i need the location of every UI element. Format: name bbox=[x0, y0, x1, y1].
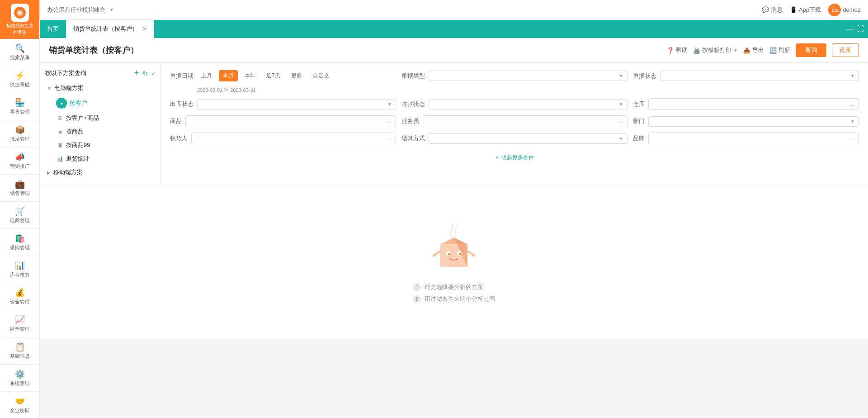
sidebar-label-search: 搜索菜单 bbox=[10, 54, 30, 61]
help-btn[interactable]: ❓ 帮助 bbox=[667, 46, 688, 54]
collapse-panel-icon[interactable]: « bbox=[151, 70, 155, 77]
salesperson-more-icon: … bbox=[618, 118, 623, 124]
product-input[interactable]: … bbox=[185, 115, 396, 127]
add-scheme-icon[interactable]: + bbox=[134, 68, 139, 78]
tree-expand-arrow: ▼ bbox=[47, 86, 52, 91]
sidebar-item-retail[interactable]: 🏪 零售管理 bbox=[0, 93, 39, 120]
tab-home[interactable]: 首页 bbox=[40, 20, 66, 38]
collapse-bar[interactable]: ∧ 收起更多条件 bbox=[170, 150, 859, 165]
date-btn-7days[interactable]: 近7天 bbox=[262, 70, 284, 81]
doc-type-label: 单据类型 bbox=[401, 72, 425, 80]
sidebar-label-enterprise: 企业协同 bbox=[10, 407, 30, 414]
tree-item-by-product[interactable]: ▣ 按商品 bbox=[40, 125, 160, 138]
topbar-left: 办公用品行业模拟账套 ▼ bbox=[47, 6, 114, 14]
sidebar-label-retail: 零售管理 bbox=[10, 109, 30, 115]
account-selector-arrow[interactable]: ▼ bbox=[109, 7, 114, 12]
sidebar-label-shortcut: 快捷导航 bbox=[10, 81, 30, 88]
page-header: 销货单统计表（按客户） ❓ 帮助 🖨️ 按模板打印 ▼ 📤 导出 🔄 刷新 bbox=[40, 38, 868, 63]
app-download-btn[interactable]: 📱 App下载 bbox=[790, 6, 821, 14]
tab-sales-stat[interactable]: 销货单统计表（按客户） ✕ bbox=[66, 20, 154, 38]
sidebar-item-system[interactable]: ⚙️ 系统管理 bbox=[0, 365, 39, 392]
sidebar-item-basic[interactable]: 📋 基础信息 bbox=[0, 337, 39, 365]
filter-item-department: 部门 ▼ bbox=[633, 116, 859, 127]
receiver-input[interactable]: … bbox=[191, 133, 396, 144]
filter-row-1: 单据日期 上月 本月 本年 近7天 更多 自定义 单据类型 bbox=[170, 70, 859, 81]
out-status-label: 出库状态 bbox=[170, 100, 193, 108]
sales-stat-tab-label: 销货单统计表（按客户） bbox=[73, 25, 138, 33]
department-arrow: ▼ bbox=[850, 119, 855, 124]
doc-status-input[interactable]: ▼ bbox=[660, 71, 859, 81]
grid-icon: ⊞ bbox=[56, 114, 63, 122]
sidebar-item-operation[interactable]: 📈 经营管理 bbox=[0, 310, 39, 337]
chart-icon: 📊 bbox=[56, 155, 63, 162]
doc-type-input[interactable]: ▼ bbox=[429, 71, 627, 81]
date-btn-this-year[interactable]: 本年 bbox=[241, 70, 259, 81]
date-btn-last-month[interactable]: 上月 bbox=[197, 70, 216, 81]
date-btn-current-month[interactable]: 本月 bbox=[219, 70, 238, 81]
sidebar-item-finance[interactable]: 💰 资金管理 bbox=[0, 283, 39, 310]
sidebar-item-inventory[interactable]: 📊 库存核算 bbox=[0, 256, 39, 283]
query-button[interactable]: 查询 bbox=[796, 43, 826, 57]
tab-minimize-icon[interactable]: — bbox=[846, 25, 854, 33]
sidebar-item-shortcut[interactable]: ⚡ 快捷导航 bbox=[0, 66, 39, 93]
tree-group-mobile[interactable]: ▶ 移动端方案 bbox=[40, 166, 160, 179]
date-filter-label: 单据日期 bbox=[170, 72, 193, 80]
department-label: 部门 bbox=[633, 117, 645, 125]
brand-input[interactable]: … bbox=[648, 133, 859, 144]
refresh-btn[interactable]: 🔄 刷新 bbox=[769, 46, 790, 54]
setting-button[interactable]: 设置 bbox=[832, 43, 859, 57]
tabbar: 首页 销货单统计表（按客户） ✕ — ⛶ bbox=[40, 20, 868, 38]
tabbar-actions: — ⛶ bbox=[846, 25, 868, 33]
salesperson-input[interactable]: … bbox=[423, 115, 627, 127]
sidebar-item-sales[interactable]: 💼 销售管理 bbox=[0, 175, 39, 202]
receipt-status-input[interactable]: ▼ bbox=[429, 99, 627, 109]
tree-item-by-customer[interactable]: ● 按客户 bbox=[40, 95, 160, 111]
sidebar-label-basic: 基础信息 bbox=[10, 353, 30, 360]
filter-item-brand: 品牌 … bbox=[633, 133, 859, 144]
account-selector-label[interactable]: 办公用品行业模拟账套 bbox=[47, 6, 106, 14]
department-input[interactable]: ▼ bbox=[648, 116, 859, 127]
active-indicator: ● bbox=[56, 98, 67, 109]
message-btn[interactable]: 💬 消息 bbox=[762, 6, 783, 14]
warehouse-label: 仓库 bbox=[633, 100, 645, 108]
date-btn-more[interactable]: 更多 bbox=[287, 70, 306, 81]
tree-item-label-by-customer: 按客户 bbox=[70, 99, 87, 107]
sidebar-item-search[interactable]: 🔍 搜索菜单 bbox=[0, 39, 39, 66]
box-99-icon: ▣ bbox=[56, 142, 63, 149]
print-btn[interactable]: 🖨️ 按模板打印 ▼ bbox=[693, 46, 738, 54]
user-area[interactable]: Ea demo2 bbox=[828, 4, 861, 16]
logo-area[interactable]: 畅 畅捷通好生意 标准版 bbox=[0, 0, 39, 39]
doc-status-arrow: ▼ bbox=[850, 73, 855, 78]
empty-illustration bbox=[427, 222, 481, 276]
export-btn[interactable]: 📤 导出 bbox=[743, 46, 764, 54]
tree-item-label-customer-product: 按客户+商品 bbox=[66, 114, 99, 122]
filter-item-product: 商品 … bbox=[170, 115, 396, 127]
hint-num-1: 1 bbox=[413, 283, 421, 291]
date-btn-custom[interactable]: 自定义 bbox=[309, 70, 333, 81]
sidebar-item-purchase[interactable]: 🛍️ 采购管理 bbox=[0, 229, 39, 256]
warehouse-input[interactable]: … bbox=[648, 98, 859, 110]
left-panel-title: 按以下方案查询 bbox=[45, 69, 86, 77]
tree-item-label-return: 退货统计 bbox=[66, 155, 90, 163]
refresh-scheme-icon[interactable]: ↻ bbox=[142, 70, 148, 77]
collapse-icon: ∧ bbox=[495, 154, 500, 161]
payment-method-input[interactable]: ▼ bbox=[429, 133, 627, 144]
tab-expand-icon[interactable]: ⛶ bbox=[857, 25, 864, 33]
sidebar-item-marketing[interactable]: 📣 营销推广 bbox=[0, 147, 39, 175]
sidebar-item-wholesale[interactable]: 📦 批发管理 bbox=[0, 120, 39, 147]
sidebar-menu: 🔍 搜索菜单 ⚡ 快捷导航 🏪 零售管理 📦 批发管理 📣 营销推广 💼 销售管… bbox=[0, 39, 39, 418]
tab-close-icon[interactable]: ✕ bbox=[142, 26, 147, 32]
tree-item-return-stat[interactable]: 📊 退货统计 bbox=[40, 152, 160, 166]
retail-icon: 🏪 bbox=[15, 98, 25, 108]
operation-icon: 📈 bbox=[15, 315, 25, 325]
svg-point-7 bbox=[448, 253, 451, 255]
sidebar-item-ecom[interactable]: 🛒 电商管理 bbox=[0, 202, 39, 229]
tree-group-desktop[interactable]: ▼ 电脑端方案 bbox=[40, 81, 160, 95]
sidebar-item-enterprise[interactable]: 🤝 企业协同 bbox=[0, 392, 39, 418]
tree-item-by-customer-product[interactable]: ⊞ 按客户+商品 bbox=[40, 111, 160, 125]
svg-line-9 bbox=[434, 251, 440, 256]
tree-item-by-product-99[interactable]: ▣ 按商品99 bbox=[40, 138, 160, 152]
out-status-input[interactable]: ▼ bbox=[197, 99, 396, 109]
sidebar-label-purchase: 采购管理 bbox=[10, 244, 30, 251]
left-panel-icons: + ↻ « bbox=[134, 68, 155, 78]
